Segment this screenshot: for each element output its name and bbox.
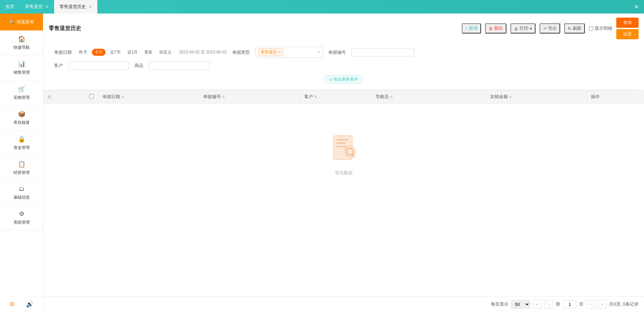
- th-number-label: 单据编号: [203, 94, 221, 100]
- page-size-select[interactable]: 20 50 100: [511, 300, 530, 309]
- sidebar-item-system-label: 系统管理: [14, 220, 30, 225]
- main-layout: 🔍 搜索菜单 🏠 快捷导航 📊 销售管理 🛒 采购管理 📦 库存核算 🔒 资金管…: [0, 14, 644, 312]
- setting-button[interactable]: 设置: [616, 29, 639, 39]
- number-filter-input[interactable]: [351, 48, 414, 57]
- prev-page-button[interactable]: ‹: [544, 300, 553, 309]
- empty-row: 暂无数据: [43, 104, 644, 203]
- sidebar-item-basic-info-label: 基础信息: [14, 195, 30, 200]
- th-customer-sort[interactable]: 客户 ⇅: [304, 94, 367, 100]
- selected-type-text: 零售退货: [261, 49, 277, 55]
- settings-icon[interactable]: ⚙: [47, 94, 51, 99]
- volume-icon[interactable]: 🔊: [26, 300, 33, 308]
- system-icon: ⚙: [19, 210, 24, 218]
- date-opt-yesterday[interactable]: 昨天: [77, 49, 89, 56]
- th-customer-label: 客户: [304, 94, 313, 100]
- basic-info-icon: 🗂: [19, 185, 25, 193]
- date-opt-custom[interactable]: 自定义: [157, 49, 173, 56]
- delete-button[interactable]: 🗑 删除: [485, 23, 506, 34]
- sort-number-icon: ⇅: [222, 95, 225, 99]
- th-actions-label: 操作: [591, 94, 600, 99]
- collapse-up-icon: ∧: [329, 77, 332, 82]
- last-page-button[interactable]: »: [598, 300, 606, 309]
- page-number-input[interactable]: [563, 300, 576, 308]
- th-guide: 导购员 ⇅: [372, 90, 458, 104]
- selected-type-tag: 零售退货 ✕: [258, 48, 283, 56]
- th-settings[interactable]: ⚙: [43, 90, 85, 104]
- total-text: 共0页, 0条记录: [609, 301, 639, 307]
- goods-placeholder: ...: [152, 63, 156, 68]
- sidebar-search[interactable]: 🔍 搜索菜单: [0, 14, 43, 30]
- th-amount-sort[interactable]: 实销金额 ⇅: [490, 94, 582, 100]
- tag-close-icon[interactable]: ✕: [278, 50, 281, 54]
- tab-retail-return-label: 零售退货: [25, 4, 43, 10]
- sidebar-item-sales[interactable]: 📊 销售管理: [0, 55, 43, 81]
- tab-home[interactable]: 首页: [0, 0, 20, 14]
- inventory-icon: 📦: [18, 110, 25, 118]
- filter-row-1: 单据日期 昨天 今天 近7天 近1月 更多 自定义 2023-06-02 至 2…: [54, 47, 633, 58]
- th-checkbox[interactable]: [85, 90, 98, 104]
- table-header-row: ⚙ 单据日期 ⇅ 单据编号: [43, 90, 644, 104]
- sidebar-item-quick-nav[interactable]: 🏠 快捷导航: [0, 30, 43, 55]
- th-number-sort[interactable]: 单据编号 ⇅: [203, 94, 295, 100]
- customer-filter-selector[interactable]: ...: [68, 61, 129, 70]
- display-toggle-label: 显示明细: [595, 25, 612, 31]
- sidebar-item-finance[interactable]: 🔒 资金管理: [0, 131, 43, 156]
- tab-retail-return-history-close[interactable]: ✕: [89, 4, 92, 9]
- th-spacer: [457, 90, 486, 104]
- th-date: 单据日期 ⇅: [98, 90, 199, 104]
- next-page-button[interactable]: ›: [586, 300, 595, 309]
- export-button[interactable]: ↗ 导出: [540, 23, 560, 34]
- th-date-label: 单据日期: [102, 94, 120, 100]
- sidebar-item-finance-label: 资金管理: [14, 145, 30, 151]
- operations-icon: 📋: [18, 160, 25, 168]
- first-page-button[interactable]: «: [533, 300, 542, 309]
- date-filter-label: 单据日期: [54, 49, 72, 55]
- sidebar-item-basic-info[interactable]: 🗂 基础信息: [0, 181, 43, 205]
- date-opt-more[interactable]: 更多: [142, 49, 154, 56]
- date-opt-today[interactable]: 今天: [92, 49, 105, 56]
- purchase-icon: 🛒: [18, 85, 25, 93]
- sidebar: 🔍 搜索菜单 🏠 快捷导航 📊 销售管理 🛒 采购管理 📦 库存核算 🔒 资金管…: [0, 14, 43, 312]
- svg-rect-1: [336, 139, 348, 140]
- sidebar-item-purchase-label: 采购管理: [14, 95, 30, 101]
- display-toggle[interactable]: 显示明细: [589, 25, 612, 31]
- number-filter-label: 单据编号: [328, 49, 346, 55]
- th-amount: 实销金额 ⇅: [486, 90, 587, 104]
- th-guide-sort[interactable]: 导购员 ⇅: [376, 94, 453, 100]
- tab-retail-return-history[interactable]: 零售退货历史 ✕: [54, 0, 97, 14]
- svg-rect-2: [336, 142, 346, 144]
- tab-retail-return-close[interactable]: ✕: [45, 4, 49, 9]
- filter-area: 单据日期 昨天 今天 近7天 近1月 更多 自定义 2023-06-02 至 2…: [49, 43, 639, 90]
- th-date-sort[interactable]: 单据日期 ⇅: [102, 94, 195, 100]
- data-table: ⚙ 单据日期 ⇅ 单据编号: [43, 90, 644, 203]
- query-button[interactable]: 查询: [616, 18, 639, 28]
- svg-rect-3: [336, 146, 347, 147]
- sidebar-item-operations[interactable]: 📋 经营管理: [0, 156, 43, 181]
- sidebar-item-inventory[interactable]: 📦 库存核算: [0, 106, 43, 131]
- sidebar-item-system[interactable]: ⚙ 系统管理: [0, 205, 43, 230]
- finance-icon: 🔒: [18, 135, 25, 143]
- sort-guide-icon: ⇅: [390, 95, 393, 99]
- display-checkbox[interactable]: [589, 26, 593, 31]
- tab-retail-return[interactable]: 零售退货 ✕: [20, 0, 54, 14]
- delete-icon: 🗑: [488, 26, 493, 31]
- customer-filter-label: 客户: [54, 63, 63, 69]
- customer-placeholder: ...: [71, 63, 75, 68]
- new-button[interactable]: + 新增: [462, 23, 481, 34]
- goods-filter-selector[interactable]: ...: [149, 61, 210, 70]
- sidebar-item-sales-label: 销售管理: [14, 70, 30, 75]
- settings-bottom-icon[interactable]: ⚙: [9, 300, 15, 308]
- type-selector[interactable]: 零售退货 ✕ ▾: [255, 47, 323, 58]
- collapse-button[interactable]: ∧ 收起更多条件: [324, 75, 363, 84]
- date-opt-1month[interactable]: 近1月: [125, 49, 140, 56]
- print-icon: 🖨: [514, 26, 518, 31]
- print-button[interactable]: 🖨 打印 ▾: [510, 23, 535, 34]
- window-close-button[interactable]: ✕: [634, 4, 639, 10]
- content-area: 零售退货历史 + 新增 🗑 删除 🖨 打印 ▾ ↗ 导出: [43, 14, 644, 312]
- refresh-button[interactable]: ↻ 刷新: [564, 23, 585, 34]
- select-all-checkbox[interactable]: [89, 94, 94, 98]
- date-opt-7days[interactable]: 近7天: [108, 49, 123, 56]
- type-filter-label: 单据类型: [232, 49, 250, 55]
- sidebar-item-quick-nav-label: 快捷导航: [14, 45, 30, 50]
- sidebar-item-purchase[interactable]: 🛒 采购管理: [0, 81, 43, 106]
